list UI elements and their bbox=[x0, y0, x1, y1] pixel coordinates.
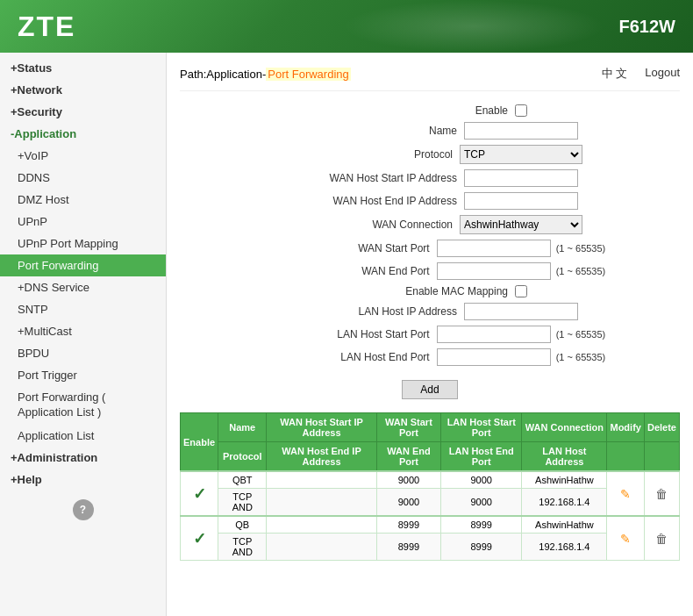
name-input[interactable] bbox=[464, 122, 578, 140]
edit-icon-1: ✎ bbox=[620, 487, 631, 501]
col-enable: Enable bbox=[181, 413, 218, 472]
path-bar: Path:Application-Port Forwarding 中 文 Log… bbox=[180, 61, 680, 91]
path-highlight: Port Forwarding bbox=[266, 68, 350, 81]
row2-wan-host-end bbox=[267, 534, 376, 561]
lan-host-start-row: LAN Host Start Port (1 ~ 65535) bbox=[180, 326, 680, 343]
name-label: Name bbox=[282, 125, 457, 137]
col-modify: Modify bbox=[607, 413, 644, 442]
col-wan-host-start: WAN Host Start IP Address bbox=[267, 413, 376, 442]
wan-start-port-row: WAN Start Port (1 ~ 65535) bbox=[180, 240, 680, 257]
lan-host-ip-input[interactable] bbox=[464, 303, 578, 320]
sidebar-item-bpdu[interactable]: BPDU bbox=[0, 342, 166, 364]
enable-checkbox[interactable] bbox=[515, 104, 527, 117]
wan-host-end-label: WAN Host End IP Address bbox=[282, 195, 457, 207]
row1-wan-connection: AshwinHathw bbox=[522, 471, 607, 489]
row2-delete: 🗑 bbox=[644, 516, 679, 561]
sidebar-item-voip[interactable]: +VoIP bbox=[0, 145, 166, 167]
row1-protocol: TCP AND bbox=[218, 489, 267, 517]
sidebar-item-application[interactable]: -Application bbox=[0, 123, 166, 145]
sidebar-item-help[interactable]: +Help bbox=[0, 469, 166, 491]
edit-icon-2: ✎ bbox=[620, 532, 631, 546]
wan-end-port-hint: (1 ~ 65535) bbox=[556, 266, 606, 276]
enable-mac-checkbox[interactable] bbox=[515, 285, 527, 297]
row2-name: QB bbox=[218, 516, 267, 534]
col-protocol: Protocol bbox=[218, 442, 267, 472]
table-row: ✓ QBT 9000 9000 AshwinHathw ✎ bbox=[181, 471, 680, 489]
wan-start-port-input[interactable] bbox=[437, 240, 551, 257]
wan-host-start-input[interactable] bbox=[464, 169, 578, 187]
check-mark-2: ✓ bbox=[193, 530, 206, 548]
enable-mac-row: Enable MAC Mapping bbox=[180, 285, 680, 297]
row1-name: QBT bbox=[218, 471, 267, 489]
sidebar-item-multicast[interactable]: +MultiCast bbox=[0, 320, 166, 342]
name-row: Name bbox=[180, 122, 680, 140]
col-lan-start-port: LAN Host Start Port bbox=[441, 413, 522, 442]
row1-lan-start-port: 9000 bbox=[441, 471, 522, 489]
wan-end-port-input[interactable] bbox=[437, 262, 551, 280]
add-btn-row: Add bbox=[180, 373, 680, 399]
sidebar-item-dmz[interactable]: DMZ Host bbox=[0, 189, 166, 211]
row1-wan-host-end bbox=[267, 489, 376, 517]
row1-wan-end-port: 9000 bbox=[376, 489, 440, 517]
main-content: Path:Application-Port Forwarding 中 文 Log… bbox=[167, 53, 693, 616]
col-lan-host: LAN Host Address bbox=[522, 442, 607, 472]
row2-enable: ✓ bbox=[181, 516, 218, 561]
col-modify2 bbox=[607, 442, 644, 472]
main-layout: +Status +Network +Security -Application … bbox=[0, 53, 693, 616]
check-mark-1: ✓ bbox=[193, 485, 206, 503]
sidebar-item-network[interactable]: +Network bbox=[0, 79, 166, 101]
sidebar-item-app-list[interactable]: Application List bbox=[0, 425, 166, 447]
lan-host-start-input[interactable] bbox=[437, 326, 551, 343]
sidebar-item-administration[interactable]: +Administration bbox=[0, 447, 166, 469]
sidebar-item-upnp[interactable]: UPnP bbox=[0, 211, 166, 233]
model-name: F612W bbox=[619, 17, 675, 37]
row2-wan-start-port: 8999 bbox=[376, 516, 440, 534]
sidebar-item-port-trigger[interactable]: Port Trigger bbox=[0, 364, 166, 386]
port-forwarding-table: Enable Name WAN Host Start IP Address WA… bbox=[180, 412, 680, 561]
row1-lan-host: 192.168.1.4 bbox=[522, 489, 607, 517]
wan-connection-select[interactable]: AshwinHathway bbox=[460, 215, 582, 234]
protocol-row: Protocol TCP UDP TCP AND UDP bbox=[180, 145, 680, 164]
enable-mac-label: Enable MAC Mapping bbox=[332, 285, 508, 297]
wan-host-end-input[interactable] bbox=[464, 192, 578, 210]
sidebar-item-security[interactable]: +Security bbox=[0, 101, 166, 123]
sidebar-item-upnp-port[interactable]: UPnP Port Mapping bbox=[0, 233, 166, 254]
path-prefix: Path:Application- bbox=[180, 68, 266, 81]
breadcrumb: Path:Application-Port Forwarding bbox=[180, 68, 351, 81]
sidebar-item-sntp[interactable]: SNTP bbox=[0, 298, 166, 320]
sidebar-item-ddns[interactable]: DDNS bbox=[0, 167, 166, 189]
lan-start-hint: (1 ~ 65535) bbox=[556, 329, 606, 340]
port-forwarding-form: Enable Name Protocol TCP UDP TCP AND UDP… bbox=[180, 104, 680, 399]
delete-button-2[interactable]: 🗑 bbox=[654, 531, 668, 547]
sidebar: +Status +Network +Security -Application … bbox=[0, 53, 167, 616]
row1-enable: ✓ bbox=[181, 471, 218, 516]
sidebar-item-port-fwd-app[interactable]: Port Forwarding (Application List ) bbox=[0, 386, 166, 425]
language-link[interactable]: 中 文 bbox=[602, 66, 628, 82]
row1-wan-start-port: 9000 bbox=[376, 471, 440, 489]
protocol-select[interactable]: TCP UDP TCP AND UDP bbox=[460, 145, 582, 164]
sidebar-item-dns[interactable]: +DNS Service bbox=[0, 276, 166, 298]
modify-button-1[interactable]: ✎ bbox=[619, 486, 632, 502]
col-wan-end-port: WAN End Port bbox=[376, 442, 440, 472]
row1-delete: 🗑 bbox=[644, 471, 679, 516]
lan-host-end-input[interactable] bbox=[437, 348, 551, 366]
row2-protocol: TCP AND bbox=[218, 534, 267, 561]
help-button[interactable]: ? bbox=[73, 499, 94, 520]
delete-button-1[interactable]: 🗑 bbox=[654, 486, 668, 502]
col-wan-host-end: WAN Host End IP Address bbox=[267, 442, 376, 472]
lan-host-ip-row: LAN Host IP Address bbox=[180, 303, 680, 320]
col-wan-start-port: WAN Start Port bbox=[376, 413, 440, 442]
lan-end-hint: (1 ~ 65535) bbox=[556, 352, 606, 362]
wan-start-port-hint: (1 ~ 65535) bbox=[556, 243, 606, 254]
modify-button-2[interactable]: ✎ bbox=[619, 531, 632, 547]
sidebar-item-status[interactable]: +Status bbox=[0, 57, 166, 79]
protocol-label: Protocol bbox=[277, 148, 453, 161]
col-delete: Delete bbox=[644, 413, 679, 442]
col-lan-end-port: LAN Host End Port bbox=[441, 442, 522, 472]
wan-host-start-label: WAN Host Start IP Address bbox=[282, 172, 457, 184]
logout-link[interactable]: Logout bbox=[645, 66, 680, 82]
sidebar-item-port-forwarding[interactable]: Port Forwarding bbox=[0, 254, 166, 276]
row1-lan-end-port: 9000 bbox=[441, 489, 522, 517]
add-button[interactable]: Add bbox=[402, 380, 457, 399]
header: ZTE F612W bbox=[0, 0, 693, 53]
